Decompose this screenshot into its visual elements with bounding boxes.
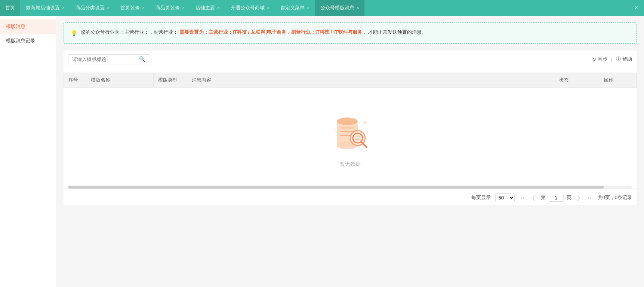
close-icon[interactable]: × [357, 5, 359, 10]
col-header-type: 模版类型 [154, 73, 187, 87]
col-header-status: 状态 [554, 73, 599, 87]
nav-tab-theme[interactable]: 店铺主题 × [190, 0, 225, 16]
svg-text:✦: ✦ [333, 128, 336, 131]
top-nav: 首页 微商城店铺设置 × 商品分类设置 × 首页装修 × 商品页装修 × 店铺主… [0, 0, 644, 16]
total-info: 共0页，0条记录 [598, 194, 632, 201]
page-size-label: 每页显示 [471, 194, 491, 201]
notice-highlight: 需要设置为：主营行业：IT科技 / 互联网|电子商务，副营行业：IT科技 / I… [179, 29, 367, 35]
close-icon[interactable]: × [307, 5, 309, 10]
col-header-content: 消息内容 [187, 73, 554, 87]
main-layout: 模版消息 模版消息记录 💡 您的公众号行业为：主营行业：，副营行业： 需要设置为… [0, 16, 644, 287]
pagination-row: 每页显示 50 10 20 100 ⏮ ❮ 第 页 ❯ ⏭ 共0页，0条记录 [64, 189, 637, 205]
nav-tab-open-mall[interactable]: 开通公众号商城 × [225, 0, 275, 16]
first-page-button[interactable]: ⏮ [518, 194, 527, 201]
col-header-action: 操作 [599, 73, 637, 87]
empty-text: 暂无数据 [340, 161, 361, 168]
help-label: 帮助 [622, 56, 632, 62]
close-icon[interactable]: × [182, 5, 185, 10]
next-page-button[interactable]: ❯ [574, 194, 583, 201]
nav-tab-home-label: 首页 [5, 4, 15, 11]
empty-state: ✦ ✦ · 暂无数据 [64, 88, 637, 183]
empty-illustration: ✦ ✦ · [328, 110, 373, 155]
prev-page-button[interactable]: ❮ [530, 194, 538, 201]
nav-tab-shop-setting[interactable]: 微商城店铺设置 × [21, 0, 70, 16]
nav-tab-custom-menu-label: 自定义菜单 [280, 4, 305, 11]
nav-tab-template-msg-label: 公众号模版消息 [320, 4, 354, 11]
close-all-button[interactable]: × [629, 4, 644, 11]
nav-tab-theme-label: 店铺主题 [195, 4, 215, 11]
notice-text: 您的公众号行业为：主营行业：，副营行业： 需要设置为：主营行业：IT科技 / 互… [81, 28, 426, 36]
nav-tab-template-msg[interactable]: 公众号模版消息 × [315, 0, 365, 16]
divider: | [611, 57, 612, 62]
table-wrapper: 🔍 ↻ 同步 | ⓘ 帮助 [64, 51, 637, 205]
nav-tab-home-decor[interactable]: 首页装修 × [115, 0, 150, 16]
nav-tab-category-label: 商品分类设置 [76, 4, 105, 11]
horizontal-scrollbar[interactable] [68, 186, 632, 189]
nav-tab-shop-setting-label: 微商城店铺设置 [26, 4, 60, 11]
content-area: 💡 您的公众号行业为：主营行业：，副营行业： 需要设置为：主营行业：IT科技 /… [56, 16, 644, 287]
page-size-select[interactable]: 50 10 20 100 [495, 193, 515, 202]
search-input-wrap: 🔍 [68, 54, 150, 64]
nav-tab-product-decor-label: 商品页装修 [155, 4, 180, 11]
close-icon[interactable]: × [142, 5, 145, 10]
page-input[interactable] [549, 194, 564, 202]
nav-tab-home[interactable]: 首页 [0, 0, 21, 16]
nav-tab-home-decor-label: 首页装修 [120, 4, 140, 11]
search-row: 🔍 ↻ 同步 | ⓘ 帮助 [64, 51, 637, 68]
svg-text:✦: ✦ [363, 120, 367, 125]
scrollbar-thumb [68, 186, 604, 189]
sync-button[interactable]: ↻ 同步 [592, 56, 607, 62]
svg-point-2 [337, 117, 358, 125]
close-icon[interactable]: × [267, 5, 269, 10]
close-icon[interactable]: × [62, 5, 65, 10]
col-header-seq: 序号 [64, 73, 86, 87]
nav-tab-open-mall-label: 开通公众号商城 [231, 4, 265, 11]
nav-tab-custom-menu[interactable]: 自定义菜单 × [275, 0, 315, 16]
page-label-prefix: 第 [541, 194, 546, 201]
notice-icon: 💡 [71, 28, 78, 38]
search-input[interactable] [68, 55, 136, 64]
col-header-name: 模版名称 [86, 73, 154, 87]
nav-tab-category[interactable]: 商品分类设置 × [70, 0, 115, 16]
sync-icon: ↻ [592, 57, 596, 62]
help-button[interactable]: ⓘ 帮助 [616, 56, 632, 62]
page-label-suffix: 页 [567, 194, 571, 201]
sidebar: 模版消息 模版消息记录 [0, 16, 56, 287]
sidebar-item-template-msg-log[interactable]: 模版消息记录 [0, 34, 56, 48]
data-table: 序号 模版名称 模版类型 消息内容 状态 操作 [64, 73, 637, 183]
close-icon[interactable]: × [107, 5, 110, 10]
notice-prefix: 您的公众号行业为：主营行业：，副营行业： [81, 29, 178, 35]
svg-text:·: · [367, 130, 368, 133]
notice-suffix: 才能正常发送预置的消息。 [368, 29, 426, 35]
close-icon[interactable]: × [217, 5, 220, 10]
search-icon: 🔍 [139, 56, 145, 62]
sync-label: 同步 [598, 56, 607, 62]
sidebar-item-template-msg[interactable]: 模版消息 [0, 19, 56, 34]
notice-box: 💡 您的公众号行业为：主营行业：，副营行业： 需要设置为：主营行业：IT科技 /… [64, 22, 637, 44]
toolbar-right: ↻ 同步 | ⓘ 帮助 [592, 56, 632, 62]
nav-tab-product-decor[interactable]: 商品页装修 × [150, 0, 190, 16]
search-button[interactable]: 🔍 [136, 55, 148, 64]
empty-row: ✦ ✦ · 暂无数据 [64, 87, 637, 183]
help-icon: ⓘ [616, 56, 621, 62]
last-page-button[interactable]: ⏭ [586, 194, 595, 201]
